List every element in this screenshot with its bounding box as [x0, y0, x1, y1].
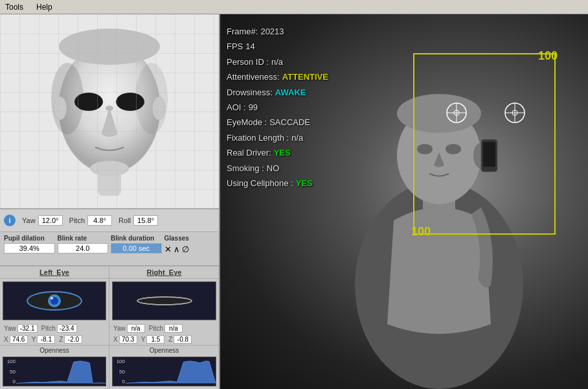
hud-drowsiness: Drowsiness: AWAKE — [227, 85, 328, 100]
attentiveness-value: ATTENTIVE — [282, 69, 328, 84]
attentiveness-label: Attentiveness: — [227, 69, 280, 84]
main-content: i Yaw 12.0° Pitch 4.8° Roll 15.8° Pupil … — [0, 14, 588, 389]
right-eye-xyz: X 70.3 Y 1.5 Z -0.8 — [109, 334, 219, 345]
cellphone-label: Using Cellphone : — [227, 176, 293, 191]
glasses-icons: ✕ ∧ ∅ — [164, 244, 216, 254]
re-x-label: X — [113, 336, 118, 343]
pitch-value: 4.8° — [87, 215, 112, 226]
hud-cellphone: Using Cellphone : YES — [227, 176, 328, 191]
hud-overlay: Frame#: 20213 FPS 14 Person ID : n/a Att… — [227, 24, 328, 191]
frame-label: Frame#: — [227, 24, 258, 39]
right-openness-section: Openness 100 50 0 — [109, 345, 219, 389]
re-yaw-label: Yaw — [113, 325, 126, 332]
blink-duration-value: 0.00 sec — [111, 243, 162, 253]
hud-smoking: Smoking : NO — [227, 161, 328, 176]
hud-attentiveness: Attentiveness: ATTENTIVE — [227, 69, 328, 84]
le-y-label: Y — [32, 336, 36, 343]
le-z-value: -2.0 — [64, 335, 82, 344]
right-eye-svg — [132, 288, 197, 314]
blink-rate-label: Blink rate — [58, 235, 109, 242]
left-panel: i Yaw 12.0° Pitch 4.8° Roll 15.8° Pupil … — [0, 14, 220, 389]
glasses-icon-x: ✕ — [164, 244, 172, 254]
yaw-group: Yaw 12.0° — [22, 215, 63, 226]
stats-row: Pupil dilation 39.4% Blink rate 24.0 Bli… — [0, 232, 219, 266]
pupil-dilation-group: Pupil dilation 39.4% — [4, 235, 55, 263]
pupil-dilation-label: Pupil dilation — [4, 235, 55, 242]
re-z-value: -0.8 — [174, 335, 192, 344]
smoking-label: Smoking : — [227, 161, 264, 176]
eyemode-value: SACCADE — [269, 115, 310, 130]
aoi-value: 99 — [249, 100, 258, 115]
menu-bar: Tools Help — [0, 0, 588, 14]
menu-tools[interactable]: Tools — [3, 1, 26, 13]
drowsiness-value: AWAKE — [275, 85, 306, 100]
re-y-label: Y — [141, 336, 146, 343]
hud-fps: FPS 14 — [227, 39, 328, 54]
camera-panel: 100 100 Frame#: 20213 — [220, 14, 588, 389]
left-eye-svg — [22, 288, 87, 314]
left-chart-labels: 100 50 0 — [3, 357, 16, 386]
right-eye-header: Right_Eye — [109, 266, 219, 279]
hud-fixation: Fixation Length : n/a — [227, 130, 328, 145]
eyemode-label: EyeMode : — [227, 115, 267, 130]
hud-aoi: AOI : 99 — [227, 100, 328, 115]
svg-point-21 — [446, 144, 461, 154]
left-eye-header: Left_Eye — [0, 266, 109, 279]
left-openness-section: Openness 100 50 0 — [0, 345, 109, 389]
real-driver-value: YES — [274, 145, 291, 160]
le-pitch-label: Pitch — [41, 325, 56, 332]
re-y-value: 1.5 — [146, 335, 164, 344]
right-eye-display — [112, 281, 216, 320]
menu-help[interactable]: Help — [34, 1, 55, 13]
glasses-label: Glasses — [164, 235, 216, 242]
svg-point-14 — [51, 297, 53, 300]
face-3d-area — [0, 14, 219, 209]
real-driver-label: Real Driver: — [227, 145, 271, 160]
grid-background — [0, 14, 219, 208]
pitch-label: Pitch — [69, 217, 85, 224]
re-x-value: 70.3 — [119, 335, 137, 344]
yaw-value: 12.0° — [38, 215, 63, 226]
left-openness-chart: 100 50 0 — [3, 357, 106, 386]
le-z-label: Z — [59, 336, 63, 343]
le-x-label: X — [4, 336, 8, 343]
yaw-label: Yaw — [22, 217, 36, 224]
cellphone-value: YES — [296, 176, 313, 191]
drowsiness-label: Drowsiness: — [227, 85, 273, 100]
left-eye-yaw-pitch: Yaw -32.1 Pitch -23.4 — [0, 323, 109, 334]
glasses-group: Glasses ✕ ∧ ∅ — [164, 235, 216, 263]
roll-group: Roll 15.8° — [119, 215, 158, 226]
smoking-value: NO — [267, 161, 280, 176]
glasses-icon-check: ∅ — [182, 244, 189, 254]
left-eye-panel: Left_Eye Yaw -32.1 — [0, 266, 109, 389]
roll-label: Roll — [119, 217, 131, 224]
left-eye-display — [3, 281, 106, 320]
re-pitch-value: n/a — [164, 324, 183, 333]
right-eye-yaw-pitch: Yaw n/a Pitch n/a — [109, 323, 219, 334]
glasses-icon-slash: ∧ — [174, 244, 180, 254]
info-icon: i — [4, 215, 16, 226]
left-openness-label: Openness — [0, 345, 109, 355]
blink-duration-group: Blink duration 0.00 sec — [111, 235, 162, 263]
re-yaw-value: n/a — [127, 324, 145, 333]
hud-real-driver: Real Driver: YES — [227, 145, 328, 160]
right-openness-chart: 100 50 0 — [112, 357, 216, 386]
le-yaw-value: -32.1 — [17, 324, 38, 333]
right-openness-label: Openness — [109, 345, 219, 355]
fixation-label: Fixation Length : — [227, 130, 289, 145]
svg-rect-24 — [483, 142, 495, 167]
le-yaw-label: Yaw — [4, 325, 16, 332]
fixation-value: n/a — [291, 130, 303, 145]
blink-duration-label: Blink duration — [111, 235, 162, 242]
le-pitch-value: -23.4 — [57, 324, 77, 333]
right-eye-panel: Right_Eye Yaw n/a Pitch n/a — [109, 266, 219, 389]
person-id-label: Person ID : — [227, 54, 269, 69]
roll-value: 15.8° — [133, 215, 158, 226]
angle-info-bar: i Yaw 12.0° Pitch 4.8° Roll 15.8° — [0, 209, 219, 232]
blink-rate-value: 24.0 — [58, 243, 109, 253]
frame-value: 20213 — [260, 24, 284, 39]
hud-person-id: Person ID : n/a — [227, 54, 328, 69]
left-eye-xyz: X 74.6 Y -8.1 Z -2.0 — [0, 334, 109, 345]
fps-value: 14 — [245, 39, 254, 54]
le-y-value: -8.1 — [37, 335, 55, 344]
